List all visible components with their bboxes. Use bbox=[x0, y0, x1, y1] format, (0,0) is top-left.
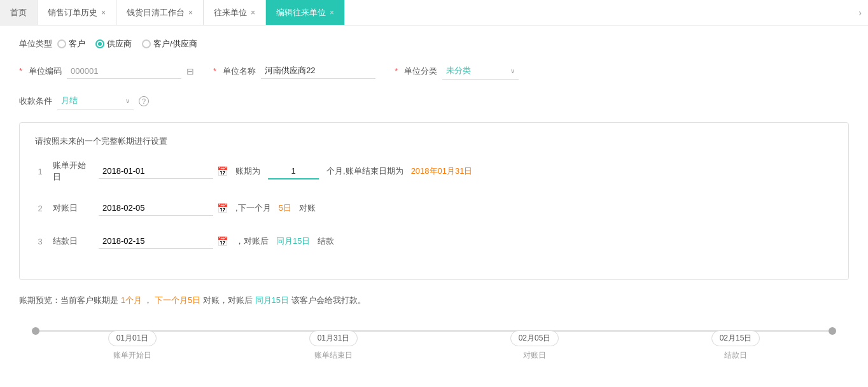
radio-supplier-label: 供应商 bbox=[107, 38, 132, 50]
timeline-label-payment: 结款日 bbox=[724, 350, 747, 361]
radio-circle-customer bbox=[57, 39, 66, 48]
timeline-point-end: 01月31日 账单结束日 bbox=[233, 323, 434, 361]
period-label-2: 对账日 bbox=[53, 202, 91, 214]
timeline-label-reconcile: 对账日 bbox=[523, 350, 546, 361]
reconcile-date-input[interactable] bbox=[99, 201, 213, 216]
unit-code-input[interactable] bbox=[67, 64, 181, 79]
period-card-title: 请按照未来的一个完整帐期进行设置 bbox=[35, 136, 833, 147]
date-input-wrap-2: 📅 bbox=[99, 201, 228, 216]
radio-circle-supplier bbox=[95, 39, 104, 48]
calendar-icon-1[interactable]: 📅 bbox=[217, 166, 228, 176]
radio-supplier[interactable]: 供应商 bbox=[95, 38, 132, 50]
unit-code-label: 单位编码 bbox=[29, 66, 62, 77]
unit-code-group: * 单位编码 ⊟ bbox=[19, 64, 194, 79]
period-label-3: 结款日 bbox=[53, 236, 91, 247]
unit-category-value: 未分类 bbox=[446, 65, 508, 76]
tab-edit-partner-unit[interactable]: 编辑往来单位 × bbox=[266, 0, 345, 25]
start-date-input[interactable] bbox=[99, 164, 213, 179]
reconcile-day-highlight: 5日 bbox=[279, 202, 291, 214]
tab-sales-order-history[interactable]: 销售订单历史 × bbox=[38, 0, 116, 25]
unit-code-required: * bbox=[19, 66, 22, 76]
period-label-1: 账单开始日 bbox=[53, 160, 91, 183]
tab-cash-goods-workbench[interactable]: 钱货日清工作台 × bbox=[116, 0, 204, 25]
preview-sep2: 对账，对账后 bbox=[203, 295, 253, 305]
radio-customer[interactable]: 客户 bbox=[57, 38, 85, 50]
payment-terms-group: 收款条件 月结 ∨ ? bbox=[19, 92, 149, 109]
payment-terms-value: 月结 bbox=[61, 95, 123, 106]
copy-icon[interactable]: ⊟ bbox=[186, 66, 194, 76]
unit-type-row: 单位类型 客户 供应商 客户/供应商 bbox=[19, 38, 849, 50]
close-sales-order-history[interactable]: × bbox=[101, 8, 106, 17]
radio-customer-label: 客户 bbox=[69, 38, 85, 50]
period-desc-3b: 结款 bbox=[318, 236, 334, 247]
tab-bar: 首页 销售订单历史 × 钱货日清工作台 × 往来单位 × 编辑往来单位 × › bbox=[0, 0, 868, 25]
preview-part2: 下一个月5日 bbox=[155, 295, 200, 305]
unit-category-group: * 单位分类 未分类 ∨ bbox=[395, 62, 519, 80]
unit-category-select[interactable]: 未分类 ∨ bbox=[442, 62, 519, 80]
calendar-icon-2[interactable]: 📅 bbox=[217, 203, 228, 213]
payment-date-input[interactable] bbox=[99, 234, 213, 249]
period-desc-2b: 对账 bbox=[299, 202, 316, 214]
date-input-wrap-1: 📅 bbox=[99, 164, 228, 179]
preview-suffix: 该客户会给我打款。 bbox=[291, 295, 366, 305]
date-input-wrap-3: 📅 bbox=[99, 234, 228, 249]
preview-part3: 同月15日 bbox=[255, 295, 289, 305]
period-row-3: 3 结款日 📅 ，对账后 同月15日 结款 bbox=[35, 234, 833, 249]
radio-circle-customer-supplier bbox=[142, 39, 151, 48]
payment-day-highlight: 同月15日 bbox=[276, 236, 310, 247]
timeline-label-start: 账单开始日 bbox=[113, 350, 151, 361]
period-num-3: 3 bbox=[35, 237, 45, 246]
period-desc-3a: ，对账后 bbox=[235, 236, 269, 247]
unit-category-required: * bbox=[395, 66, 398, 76]
close-edit-partner-unit[interactable]: × bbox=[330, 8, 334, 17]
timeline-badge-start: 01月01日 bbox=[108, 330, 157, 346]
payment-terms-row: 收款条件 月结 ∨ ? bbox=[19, 92, 849, 109]
unit-type-label: 单位类型 bbox=[19, 38, 52, 50]
timeline-wrap: 01月01日 账单开始日 01月31日 账单结束日 02月05日 对账日 02月… bbox=[19, 323, 849, 361]
unit-name-input[interactable] bbox=[261, 64, 375, 79]
period-row-2: 2 对账日 📅 ,下一个月 5日 对账 bbox=[35, 201, 833, 216]
chevron-down-icon: ∨ bbox=[510, 67, 515, 74]
timeline-badge-reconcile: 02月05日 bbox=[510, 330, 559, 346]
payment-terms-label: 收款条件 bbox=[19, 95, 52, 107]
preview-prefix: 账期预览：当前客户账期是 bbox=[19, 295, 118, 305]
unit-type-radio-group: 客户 供应商 客户/供应商 bbox=[57, 38, 197, 50]
unit-category-label: 单位分类 bbox=[404, 66, 437, 77]
unit-name-label: 单位名称 bbox=[223, 66, 256, 77]
period-desc-1a: 账期为 bbox=[235, 165, 260, 177]
unit-name-group: * 单位名称 bbox=[213, 64, 375, 79]
preview-sep1: ， bbox=[144, 295, 152, 305]
timeline-point-reconcile: 02月05日 对账日 bbox=[434, 323, 635, 361]
close-cash-goods-workbench[interactable]: × bbox=[188, 8, 193, 17]
help-icon[interactable]: ? bbox=[139, 96, 149, 106]
radio-customer-supplier[interactable]: 客户/供应商 bbox=[142, 38, 197, 50]
timeline-badge-payment: 02月15日 bbox=[711, 330, 760, 346]
period-card: 请按照未来的一个完整帐期进行设置 1 账单开始日 📅 账期为 个月,账单结束日期… bbox=[19, 122, 849, 280]
timeline-badge-end: 01月31日 bbox=[309, 330, 358, 346]
radio-customer-supplier-label: 客户/供应商 bbox=[153, 38, 197, 50]
timeline-point-start: 01月01日 账单开始日 bbox=[32, 323, 233, 361]
unit-type-group: 单位类型 客户 供应商 客户/供应商 bbox=[19, 38, 197, 50]
calendar-icon-3[interactable]: 📅 bbox=[217, 236, 228, 246]
period-desc-2a: ,下一个月 bbox=[235, 202, 271, 214]
unit-fields-row: * 单位编码 ⊟ * 单位名称 * 单位分类 未分类 ∨ bbox=[19, 62, 849, 80]
payment-terms-select[interactable]: 月结 ∨ bbox=[57, 92, 134, 109]
preview-part1: 1个月 bbox=[121, 295, 142, 305]
main-content: 单位类型 客户 供应商 客户/供应商 * 单位编码 bbox=[0, 25, 868, 387]
account-preview: 账期预览：当前客户账期是 1个月 ， 下一个月5日 对账，对账后 同月15日 该… bbox=[19, 293, 849, 307]
close-partner-units[interactable]: × bbox=[251, 8, 255, 17]
period-num-1: 1 bbox=[35, 167, 45, 176]
tab-home[interactable]: 首页 bbox=[0, 0, 38, 25]
period-num-2: 2 bbox=[35, 204, 45, 213]
period-desc-1b: 个月,账单结束日期为 bbox=[326, 165, 403, 177]
timeline-point-payment: 02月15日 结款日 bbox=[635, 323, 836, 361]
chevron-down-icon-payment: ∨ bbox=[125, 97, 130, 104]
tab-partner-units[interactable]: 往来单位 × bbox=[204, 0, 266, 25]
timeline-container: 01月01日 账单开始日 01月31日 账单结束日 02月05日 对账日 02月… bbox=[19, 323, 849, 361]
period-row-1: 1 账单开始日 📅 账期为 个月,账单结束日期为 2018年01月31日 bbox=[35, 160, 833, 183]
period-end-date-highlight: 2018年01月31日 bbox=[411, 165, 473, 177]
unit-name-required: * bbox=[213, 66, 216, 76]
tab-scroll-arrow[interactable]: › bbox=[852, 8, 868, 18]
timeline-label-end: 账单结束日 bbox=[314, 350, 353, 361]
period-months-input[interactable] bbox=[268, 164, 319, 179]
